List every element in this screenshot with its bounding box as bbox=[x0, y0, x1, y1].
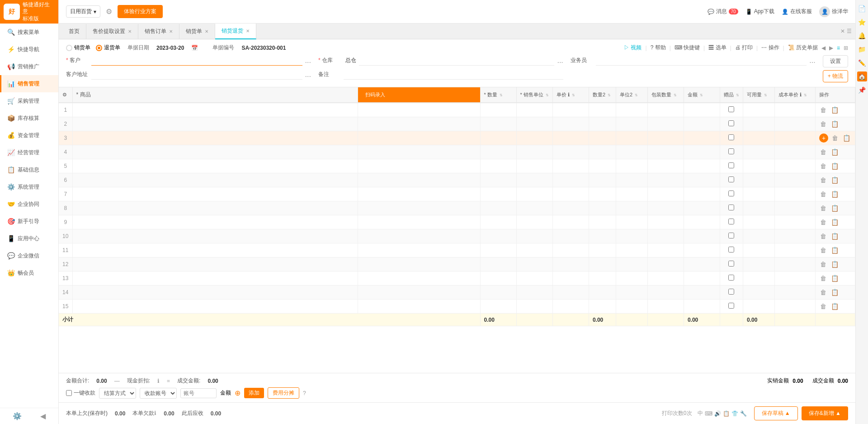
save-and-new-button[interactable]: 保存&新增 ▲ bbox=[802, 406, 848, 420]
unit-cell[interactable] bbox=[516, 201, 552, 215]
copy-row-button[interactable]: 📋 bbox=[830, 302, 840, 311]
header-gear-icon[interactable]: ⚙ bbox=[106, 7, 112, 16]
copy-row-button[interactable]: 📋 bbox=[830, 218, 840, 227]
delete-row-button[interactable]: 🗑 bbox=[819, 204, 827, 213]
shortcut-key-btn[interactable]: ⌨ 快捷键 bbox=[675, 44, 700, 52]
gift-checkbox[interactable] bbox=[728, 303, 734, 309]
grid-view-icon[interactable]: ⊞ bbox=[844, 45, 848, 51]
product-cell[interactable] bbox=[72, 103, 358, 117]
gift-cell[interactable] bbox=[720, 159, 743, 173]
customer-address-input[interactable] bbox=[91, 69, 302, 80]
gift-checkbox[interactable] bbox=[728, 233, 734, 238]
gift-checkbox[interactable] bbox=[728, 219, 734, 224]
gift-cell[interactable] bbox=[720, 103, 743, 117]
unit-cell[interactable] bbox=[516, 131, 552, 145]
radio-sales-bill[interactable]: 销货单 bbox=[66, 44, 90, 52]
copy-row-button[interactable]: 📋 bbox=[830, 176, 840, 185]
sidebar-item-guide[interactable]: 🎯 新手引导 bbox=[0, 213, 58, 230]
unit-cell[interactable] bbox=[516, 272, 552, 286]
tab-sales-bill[interactable]: 销货单 ✕ bbox=[179, 24, 215, 39]
sidebar-item-search[interactable]: 🔍 搜索菜单 bbox=[0, 24, 58, 41]
settings-button[interactable]: 设置 bbox=[823, 55, 848, 67]
qty-cell[interactable] bbox=[480, 131, 516, 145]
add-logistics-button[interactable]: + 物流 bbox=[823, 70, 848, 82]
account-number-input[interactable] bbox=[180, 388, 217, 398]
sidebar-item-basic[interactable]: 📋 基础信息 bbox=[0, 161, 58, 178]
delete-row-button[interactable]: 🗑 bbox=[819, 105, 827, 114]
gift-cell[interactable] bbox=[720, 229, 743, 243]
add-row-button[interactable]: + bbox=[819, 133, 828, 143]
gift-cell[interactable] bbox=[720, 117, 743, 131]
remarks-input[interactable] bbox=[344, 69, 563, 80]
qty-cell[interactable] bbox=[480, 286, 516, 300]
tab-price-extraction[interactable]: 售价提取设置 ✕ bbox=[86, 24, 138, 39]
delete-row-button[interactable]: 🗑 bbox=[831, 133, 839, 143]
delete-row-button[interactable]: 🗑 bbox=[819, 246, 827, 255]
qty-cell[interactable] bbox=[480, 272, 516, 286]
tab-close-icon[interactable]: ✕ bbox=[205, 29, 208, 34]
gift-checkbox[interactable] bbox=[728, 247, 734, 252]
app-download-button[interactable]: 📱 App下载 bbox=[745, 8, 774, 15]
settings-bottom-icon[interactable]: ⚙️ bbox=[13, 412, 22, 420]
radio-return-bill[interactable]: 退货单 bbox=[96, 44, 120, 52]
qty-cell[interactable] bbox=[480, 173, 516, 187]
sidebar-item-finance[interactable]: 💰 资金管理 bbox=[0, 127, 58, 144]
qty-cell[interactable] bbox=[480, 159, 516, 173]
account-number-select[interactable]: 收款账号 bbox=[140, 388, 177, 399]
delete-row-button[interactable]: 🗑 bbox=[819, 148, 827, 157]
tab-menu-icon[interactable]: ☰ bbox=[847, 28, 852, 34]
gift-checkbox[interactable] bbox=[728, 162, 734, 168]
gift-checkbox[interactable] bbox=[728, 134, 734, 140]
unit-cell[interactable] bbox=[516, 103, 552, 117]
tab-sales-order[interactable]: 销售订单 ✕ bbox=[138, 24, 179, 39]
help-btn[interactable]: ? 帮助 bbox=[651, 44, 666, 52]
product-cell[interactable] bbox=[72, 187, 358, 201]
copy-row-button[interactable]: 📋 bbox=[830, 246, 840, 255]
delete-row-button[interactable]: 🗑 bbox=[819, 162, 827, 171]
right-icon-pin[interactable]: 📌 bbox=[857, 85, 867, 95]
qty-cell[interactable] bbox=[480, 187, 516, 201]
sidebar-item-operation[interactable]: 📈 经营管理 bbox=[0, 144, 58, 161]
copy-row-button[interactable]: 📋 bbox=[830, 162, 840, 171]
add-payment-icon[interactable]: ⊕ bbox=[235, 389, 241, 397]
address-select-icon[interactable]: ... bbox=[305, 71, 311, 79]
unit-cell[interactable] bbox=[516, 229, 552, 243]
delete-row-button[interactable]: 🗑 bbox=[819, 302, 827, 311]
product-cell[interactable] bbox=[72, 201, 358, 215]
product-input[interactable] bbox=[76, 135, 354, 141]
user-profile[interactable]: 👤 徐泽华 bbox=[819, 6, 848, 17]
sidebar-item-appstore[interactable]: 📱 应用中心 bbox=[0, 230, 58, 247]
qty-cell[interactable] bbox=[480, 215, 516, 229]
unit-cell[interactable] bbox=[516, 243, 552, 257]
product-cell[interactable] bbox=[72, 117, 358, 131]
print-btn[interactable]: 🖨 打印 bbox=[735, 44, 753, 52]
sidebar-item-system[interactable]: ⚙️ 系统管理 bbox=[0, 178, 58, 195]
qty-cell[interactable] bbox=[480, 201, 516, 215]
copy-row-button[interactable]: 📋 bbox=[830, 119, 840, 129]
product-cell[interactable] bbox=[72, 131, 358, 145]
sidebar-item-wechat[interactable]: 💬 企业微信 bbox=[0, 247, 58, 264]
unit-cell[interactable] bbox=[516, 159, 552, 173]
customer-input[interactable] bbox=[91, 55, 302, 66]
salesperson-select-icon[interactable]: ... bbox=[809, 57, 815, 65]
copy-row-button[interactable]: 📋 bbox=[830, 148, 840, 157]
unit-cell[interactable] bbox=[516, 300, 552, 314]
tab-close-active-icon[interactable]: ✕ bbox=[246, 29, 250, 33]
right-icon-doc[interactable]: 📄 bbox=[857, 4, 867, 14]
close-all-tab-icon[interactable]: ✕ bbox=[840, 28, 845, 34]
unit-cell[interactable] bbox=[516, 257, 552, 272]
gift-checkbox[interactable] bbox=[728, 191, 734, 196]
unit-cell[interactable] bbox=[516, 286, 552, 300]
calendar-icon[interactable]: 📅 bbox=[191, 45, 198, 51]
gift-checkbox[interactable] bbox=[728, 106, 734, 112]
sidebar-item-marketing[interactable]: 📢 营销推广 bbox=[0, 58, 58, 75]
copy-row-button[interactable]: 📋 bbox=[830, 260, 840, 269]
product-cell[interactable] bbox=[72, 159, 358, 173]
right-icon-active[interactable]: 🏠 bbox=[857, 71, 867, 81]
qty-cell[interactable] bbox=[480, 229, 516, 243]
warehouse-select-icon[interactable]: ... bbox=[557, 57, 563, 65]
tab-home[interactable]: 首页 bbox=[62, 24, 86, 39]
unit-cell[interactable] bbox=[516, 173, 552, 187]
settlement-method-select[interactable]: 结算方式 bbox=[99, 388, 136, 399]
sidebar-item-inventory[interactable]: 📦 库存核算 bbox=[0, 110, 58, 127]
